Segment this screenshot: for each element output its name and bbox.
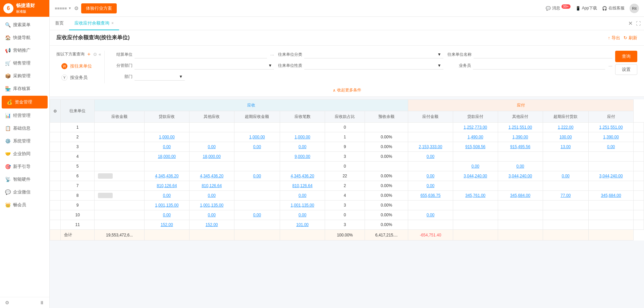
cell-overdue_receivable[interactable]: 810,126.64 bbox=[280, 181, 325, 191]
cell-loan_receivable[interactable]: 0.00 bbox=[189, 210, 234, 220]
query-option-salesperson[interactable]: Y 按业务员 bbox=[56, 72, 101, 83]
cell-loan_payable[interactable]: 1,390.00 bbox=[498, 132, 543, 142]
cell-prepaid_balance[interactable]: 2,153,333.00 bbox=[408, 142, 453, 152]
settings-icon[interactable]: ⚙ bbox=[74, 5, 78, 11]
cell-prepaid_balance[interactable]: 0.00 bbox=[408, 210, 453, 220]
cell-other_payable[interactable]: 77.00 bbox=[543, 191, 589, 201]
cell-receivable_amount[interactable]: 4,345,436.20 bbox=[144, 171, 189, 181]
cell-loan_payable[interactable]: 345,684.00 bbox=[498, 191, 543, 201]
cell-overdue_receivable[interactable]: 1,001,135.00 bbox=[280, 201, 325, 210]
cell-overdue_payable[interactable]: 1,251,551.00 bbox=[589, 123, 634, 132]
cell-loan_payable[interactable]: 915,495.56 bbox=[498, 142, 543, 152]
sidebar-item-search[interactable]: 🔍搜索菜单 bbox=[0, 18, 49, 31]
refresh-btn[interactable]: ↻ 刷新 bbox=[624, 35, 637, 41]
cell-other_payable[interactable]: 1,222.00 bbox=[543, 123, 589, 132]
cell-prepaid_balance[interactable]: 655,636.75 bbox=[408, 191, 453, 201]
cell-overdue_receivable[interactable]: 1,000.00 bbox=[280, 132, 325, 142]
sidebar-item-finance[interactable]: 💰资金管理 bbox=[2, 96, 48, 108]
settings-bottom-icon[interactable]: ⚙ bbox=[5, 300, 9, 305]
cell-payable_amount[interactable]: 1,252,773.00 bbox=[453, 123, 498, 132]
tab-home[interactable]: 首页 bbox=[50, 17, 69, 30]
cell-payable_amount[interactable]: 0.00 bbox=[453, 162, 498, 171]
cell-loan_payable[interactable]: 1,251,551.00 bbox=[498, 123, 543, 132]
cell-overdue_receivable[interactable]: 0.00 bbox=[280, 210, 325, 220]
cell-receivable_amount[interactable]: 0.00 bbox=[144, 210, 189, 220]
collapse-filter-btn[interactable]: ∧ 收起更多条件 bbox=[331, 86, 363, 95]
sidebar-item-purchase[interactable]: 📦采购管理 bbox=[0, 70, 49, 82]
cell-loan_receivable[interactable]: 1,001,135.00 bbox=[189, 201, 234, 210]
sidebar-item-marketing[interactable]: 📢营销推广 bbox=[0, 44, 49, 57]
cell-overdue_payable[interactable]: 1,390.00 bbox=[589, 132, 634, 142]
cell-payable_amount[interactable]: 1,490.00 bbox=[453, 132, 498, 142]
cell-loan_payable[interactable]: 3,044,240.00 bbox=[498, 171, 543, 181]
filter-partner-name-input[interactable] bbox=[474, 51, 612, 58]
filter-settlement-input[interactable] bbox=[135, 51, 267, 58]
cell-other_receivable[interactable]: 1,000.00 bbox=[234, 132, 280, 142]
solution-btn[interactable]: 体验行业方案 bbox=[81, 3, 117, 13]
filter-settlement-dots[interactable]: ··· bbox=[270, 52, 274, 57]
sidebar-item-inventory[interactable]: 🏪库存核算 bbox=[0, 82, 49, 95]
cell-payable_amount[interactable]: 345,761.00 bbox=[453, 191, 498, 201]
user-avatar[interactable]: Rit bbox=[630, 4, 639, 13]
sidebar-item-basic[interactable]: 📋基础信息 bbox=[0, 122, 49, 135]
cell-loan_receivable[interactable]: 0.00 bbox=[189, 142, 234, 152]
settings-page-btn[interactable]: 设置 bbox=[615, 64, 637, 75]
cell-prepaid_balance[interactable]: 0.00 bbox=[408, 181, 453, 191]
messages-btn[interactable]: 💬 消息 99+ bbox=[546, 5, 571, 11]
tab-close-icon[interactable]: × bbox=[111, 21, 114, 26]
filter-salesperson-dots[interactable]: ··· bbox=[608, 63, 612, 69]
cell-loan_receivable[interactable]: 18,000.00 bbox=[189, 152, 234, 162]
cell-other_receivable[interactable]: 0.00 bbox=[234, 171, 280, 181]
online-service-btn[interactable]: 🎧 在线客服 bbox=[602, 5, 625, 11]
cell-other_receivable[interactable]: 0.00 bbox=[234, 210, 280, 220]
export-btn[interactable]: ↑ 导出 bbox=[608, 35, 621, 41]
cell-overdue_payable[interactable]: 3,044,240.00 bbox=[589, 171, 634, 181]
cell-loan_receivable[interactable]: 0.00 bbox=[189, 191, 234, 201]
query-option-partner[interactable]: W 按往来单位 bbox=[56, 60, 101, 72]
sidebar-item-nav[interactable]: 🏠快捷导航 bbox=[0, 31, 49, 44]
cell-overdue_receivable[interactable]: 4,345,436.20 bbox=[280, 171, 325, 181]
filter-salesperson-input[interactable] bbox=[473, 62, 605, 70]
filter-partner-category-select[interactable]: ▼ bbox=[304, 51, 443, 58]
query-btn[interactable]: 查询 bbox=[615, 51, 637, 62]
cell-receivable_amount[interactable]: 152.00 bbox=[144, 220, 189, 230]
tab-receivable[interactable]: 应收应付余额查询 × bbox=[69, 17, 119, 30]
maximize-icon[interactable]: ⛶ bbox=[636, 21, 641, 26]
cell-other_payable[interactable]: 13.00 bbox=[543, 142, 589, 152]
collapse-sidebar-icon[interactable]: ⏸ bbox=[40, 300, 44, 305]
filter-settings-icon[interactable]: ⊙ bbox=[93, 52, 97, 57]
cell-other_payable[interactable]: 0.00 bbox=[543, 171, 589, 181]
cell-overdue_receivable[interactable]: 9,000.00 bbox=[280, 152, 325, 162]
cell-loan_receivable[interactable]: 810,126.64 bbox=[189, 181, 234, 191]
sidebar-item-sales[interactable]: 🛒销售管理 bbox=[0, 57, 49, 70]
sidebar-item-operations[interactable]: 📊经营管理 bbox=[0, 109, 49, 122]
sidebar-item-wechat[interactable]: 💬企业微信 bbox=[0, 186, 49, 199]
cell-overdue_receivable[interactable]: 0.00 bbox=[280, 191, 325, 201]
sidebar-item-system[interactable]: ⚙️系统管理 bbox=[0, 135, 49, 147]
filter-dept-select[interactable]: ▼ bbox=[135, 62, 274, 70]
cell-overdue_payable[interactable]: 0.00 bbox=[589, 142, 634, 152]
close-window-icon[interactable]: ✕ bbox=[628, 20, 633, 27]
sidebar-item-guide[interactable]: 🎯新手引导 bbox=[0, 160, 49, 173]
cell-other_payable[interactable]: 100.00 bbox=[543, 132, 589, 142]
cell-loan_payable[interactable]: 0.00 bbox=[498, 162, 543, 171]
cell-prepaid_balance[interactable]: 0.00 bbox=[408, 171, 453, 181]
sidebar-item-collab[interactable]: 🤝企业协同 bbox=[0, 147, 49, 160]
cell-receivable_amount[interactable]: 1,000.00 bbox=[144, 132, 189, 142]
cell-overdue_payable[interactable]: 345,684.00 bbox=[589, 191, 634, 201]
cell-receivable_amount[interactable]: 810,126.64 bbox=[144, 181, 189, 191]
cell-prepaid_balance[interactable]: 0.00 bbox=[408, 152, 453, 162]
cell-receivable_amount[interactable]: 0.00 bbox=[144, 191, 189, 201]
cell-other_receivable[interactable]: 0.00 bbox=[234, 142, 280, 152]
cell-loan_receivable[interactable]: 4,345,436.20 bbox=[189, 171, 234, 181]
cell-receivable_amount[interactable]: 0.00 bbox=[144, 142, 189, 152]
app-download-btn[interactable]: 📱 App下载 bbox=[576, 5, 597, 11]
sidebar-item-hardware[interactable]: 📡智能硬件 bbox=[0, 173, 49, 186]
sidebar-item-vip[interactable]: 👑畅会员 bbox=[0, 199, 49, 211]
cell-payable_amount[interactable]: 915,508.56 bbox=[453, 142, 498, 152]
filter-collapse-icon[interactable]: « bbox=[99, 52, 101, 57]
cell-overdue_receivable[interactable]: 0.00 bbox=[280, 142, 325, 152]
cell-receivable_amount[interactable]: 18,000.00 bbox=[144, 152, 189, 162]
cell-receivable_amount[interactable]: 1,001,135.00 bbox=[144, 201, 189, 210]
filter-partner-nature-select[interactable]: ▼ bbox=[304, 62, 443, 70]
